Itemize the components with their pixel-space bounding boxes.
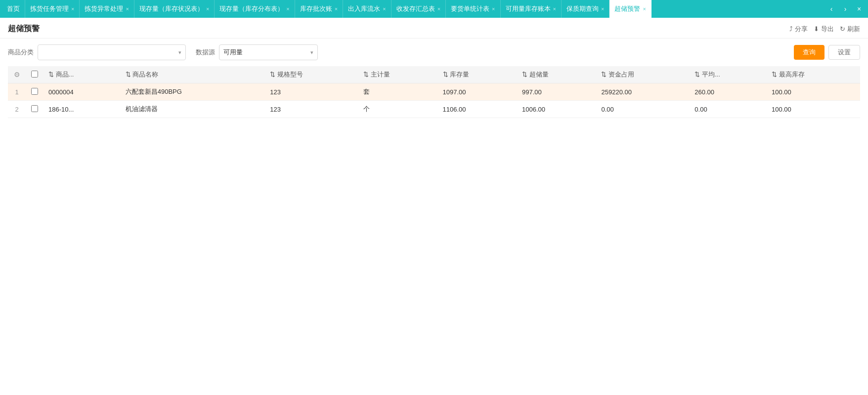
datasource-filter: 数据源 可用量 ▾ — [196, 44, 318, 60]
row-stock: 1106.00 — [438, 101, 517, 118]
topbar-tab[interactable]: 保质期查询× — [562, 0, 609, 18]
col-avg[interactable]: ⇅ 平均... — [690, 66, 767, 83]
category-chevron-icon: ▾ — [178, 49, 181, 56]
col-checkbox — [26, 66, 43, 83]
tab-close-icon[interactable]: × — [206, 6, 209, 12]
row-overstock: 1006.00 — [517, 101, 596, 118]
topbar-tab[interactable]: 可用量库存账本× — [501, 0, 562, 18]
col-unit[interactable]: ⇅ 主计量 — [358, 66, 437, 83]
topbar-tab[interactable]: 拣货异常处理× — [80, 0, 134, 18]
row-avg: 0.00 — [690, 101, 767, 118]
tab-close-icon[interactable]: × — [126, 6, 129, 12]
col-max-stock[interactable]: ⇅ 最高库存 — [767, 66, 860, 83]
topbar-tab[interactable]: 现存量（库存分布表）× — [215, 0, 295, 18]
row-spec: 123 — [265, 101, 358, 118]
col-stock[interactable]: ⇅ 库存量 — [438, 66, 517, 83]
refresh-btn[interactable]: ↻ 刷新 — [840, 25, 860, 34]
col-settings: ⚙ — [8, 66, 26, 83]
topbar-tab[interactable]: 现存量（库存状况表）× — [134, 0, 215, 18]
row-code: 0000004 — [43, 83, 121, 101]
datasource-select[interactable]: 可用量 ▾ — [219, 44, 318, 60]
row-checkbox[interactable] — [31, 105, 38, 112]
col-name[interactable]: ⇅ 商品名称 — [121, 66, 265, 83]
settings-button[interactable]: 设置 — [828, 45, 860, 60]
row-unit: 个 — [358, 101, 437, 118]
row-checkbox-cell — [26, 101, 43, 118]
col-code[interactable]: ⇅ 商品... — [43, 66, 121, 83]
select-all-checkbox[interactable] — [31, 71, 38, 78]
row-name: 机油滤清器 — [121, 101, 265, 118]
tab-close-icon[interactable]: × — [437, 6, 440, 12]
table-row: 1 0000004 六配套新昌490BPG 123 套 1097.00 997.… — [8, 83, 860, 101]
page-header: 超储预警 ⤴ 分享 ⬇ 导出 ↻ 刷新 — [0, 18, 868, 39]
gear-icon[interactable]: ⚙ — [14, 71, 20, 79]
col-capital[interactable]: ⇅ 资金占用 — [596, 66, 690, 83]
row-max-stock: 100.00 — [767, 101, 860, 118]
query-button[interactable]: 查询 — [794, 45, 825, 60]
share-btn[interactable]: ⤴ 分享 — [789, 25, 808, 34]
topbar: 首页拣货任务管理×拣货异常处理×现存量（库存状况表）×现存量（库存分布表）×库存… — [0, 0, 868, 18]
filter-actions: 查询 设置 — [794, 45, 860, 60]
filter-area: 商品分类 ▾ 数据源 可用量 ▾ 查询 设置 — [0, 39, 868, 66]
tab-close-icon[interactable]: × — [601, 6, 604, 12]
tab-close-icon[interactable]: × — [553, 6, 556, 12]
refresh-icon: ↻ — [840, 25, 845, 33]
nav-next-btn[interactable]: › — [838, 0, 852, 18]
tab-close-icon[interactable]: × — [71, 6, 74, 12]
topbar-tab[interactable]: 拣货任务管理× — [25, 0, 80, 18]
table-header-row: ⚙ ⇅ 商品... ⇅ 商品名称 ⇅ 规格型号 ⇅ 主计量 ⇅ — [8, 66, 860, 83]
row-code: 186-10... — [43, 101, 121, 118]
tab-close-icon[interactable]: × — [335, 6, 338, 12]
row-checkbox-cell — [26, 83, 43, 101]
row-spec: 123 — [265, 83, 358, 101]
col-spec[interactable]: ⇅ 规格型号 — [265, 66, 358, 83]
export-icon: ⬇ — [814, 25, 819, 33]
row-num: 2 — [8, 101, 26, 118]
row-max-stock: 100.00 — [767, 83, 860, 101]
row-name: 六配套新昌490BPG — [121, 83, 265, 101]
topbar-tab[interactable]: 收发存汇总表× — [391, 0, 446, 18]
tab-close-icon[interactable]: × — [383, 6, 386, 12]
nav-prev-btn[interactable]: ‹ — [825, 0, 838, 18]
topbar-tab[interactable]: 库存批次账× — [295, 0, 343, 18]
row-checkbox[interactable] — [31, 88, 38, 95]
nav-more-btn[interactable]: × — [852, 0, 866, 18]
row-avg: 260.00 — [690, 83, 767, 101]
topbar-tab[interactable]: 超储预警× — [609, 0, 651, 18]
col-overstock[interactable]: ⇅ 超储量 — [517, 66, 596, 83]
tab-close-icon[interactable]: × — [643, 6, 646, 12]
data-table: ⚙ ⇅ 商品... ⇅ 商品名称 ⇅ 规格型号 ⇅ 主计量 ⇅ — [8, 66, 860, 118]
tab-close-icon[interactable]: × — [286, 6, 289, 12]
share-icon: ⤴ — [789, 25, 793, 33]
row-stock: 1097.00 — [438, 83, 517, 101]
datasource-chevron-icon: ▾ — [310, 49, 313, 56]
table-row: 2 186-10... 机油滤清器 123 个 1106.00 1006.00 … — [8, 101, 860, 118]
tab-close-icon[interactable]: × — [492, 6, 495, 12]
row-num: 1 — [8, 83, 26, 101]
table-wrap: ⚙ ⇅ 商品... ⇅ 商品名称 ⇅ 规格型号 ⇅ 主计量 ⇅ — [0, 66, 868, 118]
datasource-value: 可用量 — [223, 48, 243, 57]
topbar-tab[interactable]: 要货单统计表× — [446, 0, 500, 18]
topbar-tab[interactable]: 首页 — [2, 0, 25, 18]
export-btn[interactable]: ⬇ 导出 — [814, 25, 834, 34]
header-actions: ⤴ 分享 ⬇ 导出 ↻ 刷新 — [789, 25, 860, 34]
topbar-tab[interactable]: 出入库流水× — [343, 0, 391, 18]
row-unit: 套 — [358, 83, 437, 101]
row-overstock: 997.00 — [517, 83, 596, 101]
row-capital: 259220.00 — [596, 83, 690, 101]
row-capital: 0.00 — [596, 101, 690, 118]
datasource-label: 数据源 — [196, 48, 215, 57]
category-filter: 商品分类 ▾ — [8, 44, 186, 60]
category-select[interactable]: ▾ — [38, 44, 186, 60]
category-label: 商品分类 — [8, 48, 34, 57]
page-title: 超储预警 — [8, 24, 40, 34]
